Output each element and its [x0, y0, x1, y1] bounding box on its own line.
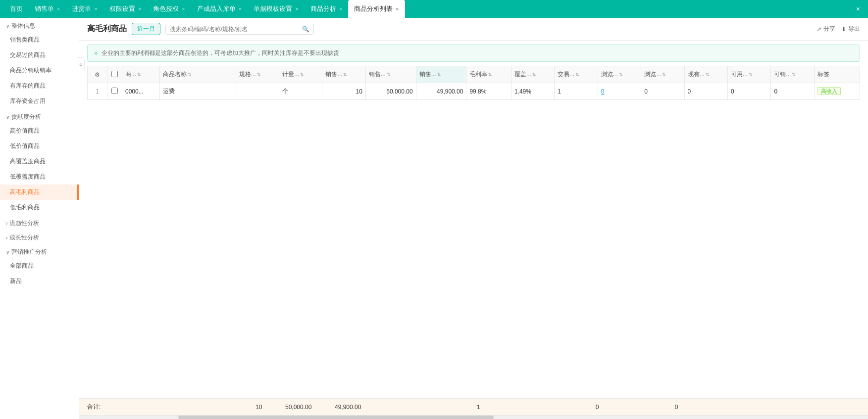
- sidebar-item-high-margin[interactable]: 高毛利商品: [0, 185, 79, 200]
- th-margin-rate[interactable]: 毛利率⇅: [466, 66, 511, 83]
- close-product-inbound[interactable]: ×: [239, 6, 242, 12]
- th-sales-amount[interactable]: 销售...⇅: [365, 66, 416, 83]
- sidebar-item-in-stock[interactable]: 有库存的商品: [0, 78, 79, 93]
- th-tag: 标签: [814, 66, 860, 83]
- arrow-icon-marketing: ∨: [6, 249, 9, 255]
- sidebar-item-high-value[interactable]: 高价值商品: [0, 123, 79, 139]
- nav-role-auth[interactable]: 角色授权 ×: [147, 0, 191, 18]
- cell-tag: 高收入: [814, 83, 860, 100]
- th-code[interactable]: 商...⇅: [122, 66, 160, 83]
- nav-product-analysis[interactable]: 商品分析 ×: [305, 0, 348, 18]
- row-checkbox[interactable]: [111, 88, 118, 94]
- footer-transaction: 1: [440, 404, 480, 411]
- share-button[interactable]: ↗ 分享: [817, 25, 835, 33]
- close-role-auth[interactable]: ×: [182, 6, 185, 12]
- sidebar-group-marketing[interactable]: ∨ 营销推广分析: [0, 244, 79, 258]
- sidebar-group-growth[interactable]: › 成长性分析: [0, 230, 79, 244]
- table-container[interactable]: ⚙ 商...⇅ 商品名称⇅ 规: [79, 66, 868, 398]
- th-unit[interactable]: 计量...⇅: [279, 66, 322, 83]
- th-stock-current[interactable]: 现有...⇅: [684, 66, 727, 83]
- sort-icon-sales-qty: ⇅: [343, 72, 347, 77]
- nav-home[interactable]: 首页: [4, 0, 29, 18]
- table-footer: 合计: 10 50,000.00 49,900.00 1 0 0: [79, 398, 868, 415]
- info-icon: ✧: [94, 50, 99, 57]
- nav-purchase-order[interactable]: 进货单 ×: [66, 0, 103, 18]
- export-button[interactable]: ⬇ 导出: [841, 25, 860, 33]
- sidebar: ∨ 整体信息 销售类商品 交易过的商品 商品分销助销率 有库存的商品 库存资金占…: [0, 18, 79, 419]
- sidebar-item-traded-products[interactable]: 交易过的商品: [0, 47, 79, 63]
- th-name[interactable]: 商品名称⇅: [160, 66, 236, 83]
- footer-sales-qty: 10: [222, 404, 262, 411]
- cell-name: 运费: [160, 83, 236, 100]
- sidebar-item-distribution-rate[interactable]: 商品分销助销率: [0, 63, 79, 78]
- cell-view1[interactable]: 0: [598, 83, 641, 100]
- cell-checkbox[interactable]: [107, 83, 122, 100]
- th-sales-qty[interactable]: 销售...⇅: [322, 66, 365, 83]
- sidebar-item-low-value[interactable]: 低价值商品: [0, 139, 79, 154]
- sidebar-group-contribution[interactable]: ∨ 贡献度分析: [0, 109, 79, 123]
- filter-recent-month-button[interactable]: 近一月: [132, 23, 160, 35]
- th-transaction[interactable]: 交易...⇅: [555, 66, 598, 83]
- sidebar-item-stock-capital[interactable]: 库存资金占用: [0, 93, 79, 109]
- sort-icon-name: ⇅: [188, 72, 192, 77]
- footer-stock-saleable: 0: [638, 404, 678, 411]
- th-stock-available[interactable]: 可用...⇅: [728, 66, 771, 83]
- sort-icon-code: ⇅: [137, 72, 141, 77]
- content-header: 高毛利商品 近一月 🔍 ↗ 分享 ⬇ 导出: [79, 18, 868, 41]
- nav-permission-settings[interactable]: 权限设置 ×: [103, 0, 147, 18]
- sidebar-item-high-coverage[interactable]: 高覆盖度商品: [0, 154, 79, 169]
- cell-code[interactable]: 0000...: [122, 83, 160, 100]
- sidebar-item-new-products[interactable]: 新品: [0, 274, 79, 289]
- th-spec[interactable]: 规格...⇅: [236, 66, 279, 83]
- cell-sales-qty: 10: [322, 83, 365, 100]
- horizontal-scrollbar[interactable]: [79, 415, 868, 419]
- top-navigation: 首页 销售单 × 进货单 × 权限设置 × 角色授权 × 产成品入库单 × 单据…: [0, 0, 868, 18]
- close-purchase-order[interactable]: ×: [94, 6, 97, 12]
- sort-icon-stock-saleable: ⇅: [792, 72, 796, 77]
- th-stock-saleable[interactable]: 可销...⇅: [771, 66, 814, 83]
- settings-icon[interactable]: ⚙: [95, 71, 100, 78]
- nav-product-analysis-list[interactable]: 商品分析列表 ×: [348, 0, 405, 18]
- th-coverage[interactable]: 覆盖...⇅: [511, 66, 554, 83]
- sort-icon-unit: ⇅: [300, 72, 304, 77]
- select-all-checkbox[interactable]: [111, 71, 118, 77]
- cell-spec: [236, 83, 279, 100]
- close-product-analysis[interactable]: ×: [339, 6, 342, 12]
- product-table: ⚙ 商...⇅ 商品名称⇅ 规: [87, 66, 860, 100]
- info-banner: ✧ 企业的主要的利润都是这部分商品创造的，可考虑加大推广，同时关注库存是不要出现…: [87, 45, 860, 62]
- nav-sales-order[interactable]: 销售单 ×: [29, 0, 66, 18]
- search-input[interactable]: [170, 26, 302, 33]
- sort-icon-view1: ⇅: [619, 72, 623, 77]
- th-view2[interactable]: 浏览...⇅: [641, 66, 684, 83]
- sidebar-item-low-margin[interactable]: 低毛利商品: [0, 200, 79, 215]
- sidebar-item-sales-products[interactable]: 销售类商品: [0, 32, 79, 47]
- table-header-row: ⚙ 商...⇅ 商品名称⇅ 规: [88, 66, 860, 83]
- search-box[interactable]: 🔍: [165, 24, 314, 35]
- th-view1[interactable]: 浏览...⇅: [598, 66, 641, 83]
- arrow-icon-flow: ›: [6, 221, 7, 226]
- cell-index: 1: [88, 83, 107, 100]
- sidebar-collapse-button[interactable]: «: [77, 57, 85, 71]
- sort-icon-margin-rate: ⇅: [488, 72, 492, 77]
- th-checkbox[interactable]: [107, 66, 122, 83]
- nav-template-settings[interactable]: 单据模板设置 ×: [248, 0, 304, 18]
- sort-icon-stock-available: ⇅: [749, 72, 753, 77]
- sidebar-item-low-coverage[interactable]: 低覆盖度商品: [0, 169, 79, 185]
- close-window-button[interactable]: ×: [852, 5, 864, 13]
- close-product-analysis-list[interactable]: ×: [396, 6, 399, 12]
- nav-product-inbound[interactable]: 产成品入库单 ×: [191, 0, 248, 18]
- close-sales-order[interactable]: ×: [57, 6, 60, 12]
- close-template-settings[interactable]: ×: [295, 6, 298, 12]
- sort-icon-transaction: ⇅: [575, 72, 579, 77]
- sidebar-item-all-products[interactable]: 全部商品: [0, 258, 79, 274]
- sidebar-group-overall[interactable]: ∨ 整体信息: [0, 18, 79, 32]
- search-icon[interactable]: 🔍: [302, 26, 309, 33]
- footer-label: 合计:: [87, 403, 101, 411]
- th-sales-cost[interactable]: 销售...⇅: [416, 66, 466, 83]
- th-settings[interactable]: ⚙: [88, 66, 107, 83]
- scrollbar-thumb[interactable]: [178, 416, 494, 419]
- cell-sales-cost: 49,900.00: [416, 83, 466, 100]
- close-permission-settings[interactable]: ×: [138, 6, 141, 12]
- sidebar-group-flow[interactable]: › 流趋性分析: [0, 215, 79, 230]
- share-icon: ↗: [817, 26, 821, 33]
